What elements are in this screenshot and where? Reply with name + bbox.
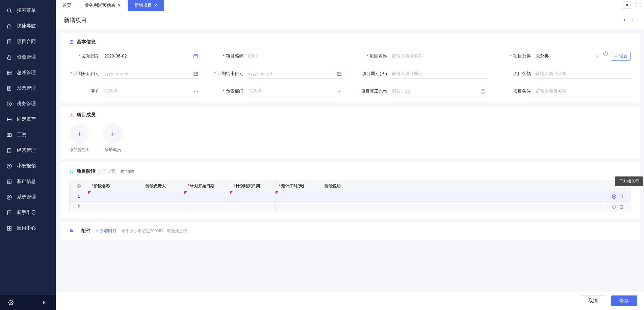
- select-proj-class[interactable]: [534, 51, 601, 61]
- add-member-button[interactable]: ＋: [103, 124, 123, 144]
- cell-phase-name[interactable]: [88, 202, 142, 212]
- cell-phase-desc[interactable]: [321, 191, 605, 201]
- prev-record-icon[interactable]: [622, 18, 627, 23]
- add-owner-button[interactable]: ＋: [70, 124, 89, 144]
- close-icon[interactable]: ✕: [154, 3, 157, 8]
- svg-point-0: [7, 8, 10, 12]
- insert-row-icon[interactable]: [612, 194, 616, 199]
- gear-icon[interactable]: [8, 300, 14, 305]
- sidebar-item-8[interactable]: 工资: [0, 127, 56, 143]
- input-proj-code[interactable]: [247, 51, 343, 61]
- svg-point-14: [8, 134, 10, 136]
- sidebar-item-11[interactable]: 基础信息: [0, 174, 56, 189]
- cell-phase-end[interactable]: [230, 191, 276, 201]
- sidebar-item-10[interactable]: 小畅报销: [0, 158, 56, 174]
- svg-rect-5: [7, 57, 11, 59]
- panel-phases: 项目阶段 (可不设置) 清除 阶段名称: [60, 162, 640, 218]
- tab-label: 业务利润预估表: [85, 2, 115, 8]
- svg-rect-28: [9, 229, 11, 230]
- calendar-icon[interactable]: [337, 71, 342, 76]
- cancel-button[interactable]: 取消: [580, 295, 606, 306]
- chevron-down-icon[interactable]: [337, 89, 342, 94]
- sidebar-item-label: 项目合同: [17, 39, 36, 45]
- add-attachment-button[interactable]: + 添加附件: [96, 228, 117, 234]
- close-window-icon[interactable]: ✕: [623, 1, 630, 9]
- svg-point-51: [71, 113, 73, 115]
- sidebar-item-6[interactable]: 税务管理: [0, 96, 56, 112]
- tab-0[interactable]: 首页: [56, 0, 78, 11]
- phases-section-icon: [69, 169, 74, 174]
- calendar-icon[interactable]: [193, 71, 198, 76]
- table-row[interactable]: 1: [70, 191, 630, 202]
- svg-point-22: [8, 196, 10, 198]
- table-row[interactable]: 2: [70, 202, 630, 212]
- insert-row-icon[interactable]: [612, 205, 616, 209]
- expand-window-icon[interactable]: ⛶: [635, 1, 642, 9]
- clear-phases-button[interactable]: 清除: [121, 169, 134, 174]
- tab-1[interactable]: 业务利润预估表✕: [78, 0, 128, 11]
- svg-point-50: [483, 92, 483, 93]
- cell-phase-desc[interactable]: [321, 202, 605, 212]
- sidebar-footer: [0, 295, 56, 310]
- sidebar-item-4[interactable]: 总账管理: [0, 65, 56, 80]
- close-icon[interactable]: ✕: [118, 3, 121, 8]
- section-subtitle: (可不设置): [98, 169, 117, 174]
- cell-phase-owner[interactable]: [142, 191, 184, 201]
- collapse-icon[interactable]: [42, 300, 48, 305]
- input-plan-start[interactable]: [103, 69, 200, 79]
- sidebar-item-3[interactable]: 资金管理: [0, 49, 56, 65]
- help-icon[interactable]: [481, 89, 486, 94]
- system-icon: [6, 194, 12, 200]
- svg-rect-34: [194, 55, 197, 58]
- input-proj-name[interactable]: [390, 51, 487, 61]
- label-period: 项目周期(天): [357, 71, 387, 77]
- cell-phase-owner[interactable]: [142, 202, 184, 212]
- info-icon: [6, 178, 12, 185]
- delete-row-icon[interactable]: [619, 205, 624, 209]
- sidebar-item-9[interactable]: 经营管理: [0, 143, 56, 158]
- input-init-date[interactable]: [103, 51, 200, 61]
- input-plan-end[interactable]: [247, 69, 343, 79]
- tab-2[interactable]: 新增项目✕: [128, 0, 164, 11]
- sidebar-item-0[interactable]: 搜索菜单: [0, 3, 56, 18]
- svg-point-39: [606, 54, 606, 55]
- cell-phase-hours[interactable]: [276, 202, 321, 212]
- sidebar-item-label: 应用中心: [17, 225, 36, 231]
- calendar-icon[interactable]: [193, 54, 198, 59]
- input-remark[interactable]: [534, 86, 631, 96]
- col-config[interactable]: [70, 181, 88, 191]
- sidebar-item-13[interactable]: 新手引导: [0, 205, 56, 220]
- tooltip-insert-row: 下方插入行: [615, 176, 643, 186]
- label-init-date: 立项日期: [69, 53, 100, 59]
- sidebar-item-7[interactable]: 固定资产: [0, 112, 56, 127]
- select-dept[interactable]: [247, 86, 343, 96]
- next-record-icon[interactable]: [630, 18, 636, 23]
- svg-rect-6: [7, 71, 11, 74]
- cell-phase-hours[interactable]: [276, 191, 321, 201]
- tabs: 首页业务利润预估表✕新增项目✕: [56, 0, 644, 11]
- chevron-down-icon[interactable]: [595, 54, 600, 58]
- input-amount[interactable]: [534, 69, 631, 79]
- cell-phase-name[interactable]: [88, 191, 142, 201]
- sidebar: 搜索菜单快捷导航项目合同资金管理总账管理发票管理税务管理固定资产工资经营管理小畅…: [0, 0, 56, 310]
- sidebar-item-5[interactable]: 发票管理: [0, 80, 56, 96]
- cell-phase-start[interactable]: [184, 191, 230, 201]
- save-button[interactable]: 保存: [611, 295, 637, 306]
- settings-button[interactable]: 设置: [611, 52, 630, 61]
- input-period[interactable]: [390, 69, 487, 79]
- tab-label: 新增项目: [134, 2, 152, 8]
- sidebar-item-14[interactable]: 应用中心: [0, 220, 56, 236]
- sidebar-item-1[interactable]: 快捷导航: [0, 18, 56, 34]
- more-icon[interactable]: ⋯: [194, 89, 198, 94]
- help-icon[interactable]: [603, 51, 608, 56]
- sidebar-item-2[interactable]: 项目合同: [0, 34, 56, 49]
- delete-row-icon[interactable]: [619, 194, 624, 199]
- sidebar-item-12[interactable]: 系统管理: [0, 189, 56, 205]
- col-phase-hours: 预计工时(天): [276, 181, 321, 191]
- cell-phase-end[interactable]: [230, 202, 276, 212]
- cell-phase-start[interactable]: [184, 202, 230, 212]
- sidebar-item-label: 总账管理: [17, 70, 36, 76]
- page-header: 新增项目: [56, 11, 644, 29]
- select-customer[interactable]: [103, 86, 200, 96]
- input-complete[interactable]: [390, 86, 487, 96]
